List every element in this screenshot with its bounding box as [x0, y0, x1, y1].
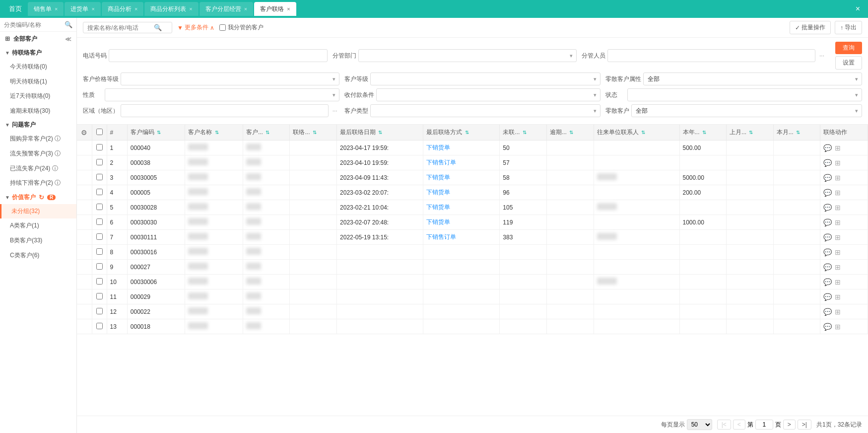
row-checkbox[interactable]	[96, 233, 103, 240]
close-icon[interactable]: ×	[287, 6, 290, 12]
batch-operations-button[interactable]: ✓ 批量操作	[790, 21, 831, 34]
more-icon[interactable]: ···	[817, 52, 826, 59]
row-checkbox-cell[interactable]	[92, 260, 107, 275]
row-checkbox[interactable]	[96, 308, 103, 314]
sidebar-item-churned[interactable]: 已流失客户(24) ⓘ	[0, 161, 76, 176]
name-col-header[interactable]: 客户名称 ⇅	[185, 125, 243, 141]
sidebar-group-pending[interactable]: ▼ 待联络客户	[0, 46, 76, 60]
tab-customer-contact[interactable]: 客户联络 ×	[254, 2, 296, 16]
overdue-col-header[interactable]: 逾期... ⇅	[546, 125, 594, 141]
retail-attr-select[interactable]: 全部	[643, 72, 862, 85]
refresh-icon[interactable]: ↻	[39, 194, 44, 201]
sidebar-item-today[interactable]: 今天待联络(0)	[0, 60, 76, 74]
page-number-input[interactable]	[755, 420, 773, 430]
row-checkbox-cell[interactable]	[92, 289, 107, 304]
grid-action-icon[interactable]: ⊞	[835, 278, 841, 286]
grid-action-icon[interactable]: ⊞	[835, 159, 841, 167]
row-checkbox-cell[interactable]	[92, 230, 107, 245]
sidebar-group-value[interactable]: ▼ 价值客户 ↻ R	[0, 191, 76, 204]
sidebar-item-declining[interactable]: 持续下滑客户(2) ⓘ	[0, 176, 76, 191]
person-input[interactable]	[607, 49, 815, 62]
contact-method-link[interactable]: 下销货单	[426, 218, 450, 225]
contact-method-link[interactable]: 下销货单	[426, 204, 450, 211]
row-checkbox-cell[interactable]	[92, 275, 107, 289]
dept-select[interactable]	[358, 49, 577, 62]
payment-select[interactable]	[376, 88, 601, 101]
this-year-col-header[interactable]: 本年... ⇅	[679, 125, 727, 141]
close-icon[interactable]: ×	[244, 6, 247, 12]
close-icon[interactable]: ×	[55, 6, 58, 12]
status-select[interactable]	[627, 88, 862, 101]
row-checkbox[interactable]	[96, 263, 103, 270]
no-contact-col-header[interactable]: 未联... ⇅	[500, 125, 547, 141]
company-contact-col-header[interactable]: 往来单位联系人 ⇅	[594, 125, 679, 141]
sidebar-item-tomorrow[interactable]: 明天待联络(1)	[0, 74, 76, 89]
grid-action-icon[interactable]: ⊞	[835, 323, 841, 331]
contact-method-link[interactable]: 下销货单	[426, 174, 450, 181]
row-checkbox[interactable]	[96, 323, 103, 329]
grid-action-icon[interactable]: ⊞	[835, 293, 841, 301]
grid-action-icon[interactable]: ⊞	[835, 189, 841, 197]
contact-method-link[interactable]: 下销货单	[426, 189, 450, 196]
row-checkbox[interactable]	[96, 204, 103, 210]
row-checkbox-cell[interactable]	[92, 170, 107, 185]
contact-method-link[interactable]: 下销售订单	[426, 159, 456, 166]
grid-action-icon[interactable]: ⊞	[835, 233, 841, 241]
message-icon[interactable]: 💬	[823, 218, 832, 226]
sidebar-item-ungrouped[interactable]: 未分组(32)	[0, 204, 76, 219]
sidebar-item-7days[interactable]: 近7天待联络(0)	[0, 89, 76, 104]
grid-action-icon[interactable]: ⊞	[835, 174, 841, 182]
settings-col-header[interactable]: ⚙	[77, 125, 92, 141]
row-checkbox-cell[interactable]	[92, 304, 107, 319]
row-checkbox[interactable]	[96, 159, 103, 165]
customer-level-select[interactable]	[370, 72, 601, 85]
close-icon[interactable]: ×	[91, 6, 94, 12]
row-checkbox-cell[interactable]	[92, 215, 107, 230]
tab-customer-tier[interactable]: 客户分层经营 ×	[200, 2, 253, 16]
next-page-button[interactable]: >	[783, 420, 796, 430]
row-checkbox[interactable]	[96, 174, 103, 180]
sidebar-item-class-b[interactable]: B类客户(33)	[0, 233, 76, 248]
retail-customer-select[interactable]: 全部	[631, 104, 862, 117]
area-input[interactable]	[121, 104, 329, 117]
phone-input[interactable]	[109, 49, 328, 62]
message-icon[interactable]: 💬	[823, 233, 832, 241]
message-icon[interactable]: 💬	[823, 174, 832, 182]
message-icon[interactable]: 💬	[823, 189, 832, 197]
my-customers-checkbox[interactable]	[219, 24, 226, 31]
message-icon[interactable]: 💬	[823, 278, 832, 286]
query-button[interactable]: 查询	[835, 42, 862, 54]
tab-purchase[interactable]: 进货单 ×	[65, 2, 100, 16]
contact-method-link[interactable]: 下销货单	[426, 144, 450, 151]
export-button[interactable]: ↑ 导出	[835, 21, 862, 34]
grid-action-icon[interactable]: ⊞	[835, 263, 841, 271]
nature-select[interactable]	[105, 88, 339, 101]
row-checkbox-cell[interactable]	[92, 200, 107, 215]
price-level-select[interactable]	[121, 72, 339, 85]
per-page-select[interactable]: 50 100 200	[687, 419, 712, 430]
row-checkbox-cell[interactable]	[92, 155, 107, 170]
row-checkbox[interactable]	[96, 248, 103, 255]
message-icon[interactable]: 💬	[823, 144, 832, 152]
sidebar-item-class-c[interactable]: C类客户(6)	[0, 248, 76, 263]
contact-method-link[interactable]: 下销售订单	[426, 233, 456, 240]
sidebar-collapse-icon[interactable]: ≪	[65, 36, 71, 43]
row-checkbox[interactable]	[96, 189, 103, 195]
customer-type-select[interactable]	[370, 104, 601, 117]
last-contact-date-col-header[interactable]: 最后联络日期 ⇅	[337, 125, 423, 141]
sidebar-item-overdue[interactable]: 逾期未联络(30)	[0, 104, 76, 119]
message-icon[interactable]: 💬	[823, 204, 832, 212]
sidebar-item-hoarding[interactable]: 囤购异常客户(2) ⓘ	[0, 132, 76, 146]
last-page-button[interactable]: >|	[798, 420, 811, 430]
sidebar-group-problem[interactable]: ▼ 问题客户	[0, 118, 76, 132]
grid-action-icon[interactable]: ⊞	[835, 204, 841, 212]
window-close-icon[interactable]: ×	[852, 4, 864, 13]
contact-col-header[interactable]: 联络... ⇅	[290, 125, 337, 141]
tab-home[interactable]: 首页	[4, 4, 27, 13]
grid-action-icon[interactable]: ⊞	[835, 248, 841, 256]
sidebar-all-customers[interactable]: ⊞ 全部客户 ≪	[0, 32, 76, 46]
search-icon[interactable]: 🔍	[154, 24, 162, 31]
grid-action-icon[interactable]: ⊞	[835, 308, 841, 316]
grid-action-icon[interactable]: ⊞	[835, 218, 841, 226]
row-checkbox-cell[interactable]	[92, 319, 107, 334]
